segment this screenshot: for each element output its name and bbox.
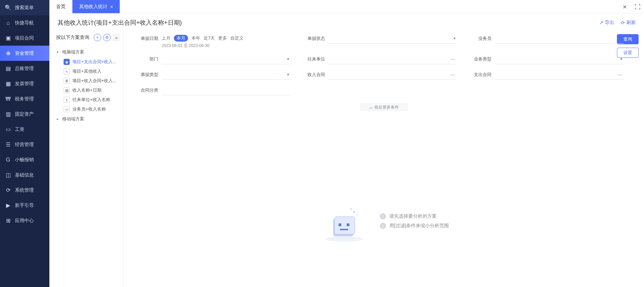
scheme-collapse-button[interactable]: «	[113, 34, 120, 41]
sidebar-item-ledger[interactable]: ▤ 总账管理	[0, 61, 49, 76]
collapse-filters-button[interactable]: ︽ 收起更多条件	[360, 103, 408, 111]
scheme-group-label: 移动端方案	[62, 116, 84, 122]
more-icon: ⋯	[617, 36, 622, 42]
fullscreen-button[interactable]	[631, 0, 644, 14]
scheme-group-mobile[interactable]: ▸ 移动端方案	[56, 114, 120, 124]
svg-rect-3	[339, 223, 341, 226]
scheme-item-5[interactable]: ▭ 业务员+收入名称	[56, 104, 120, 114]
tab-home[interactable]: 首页	[49, 0, 72, 13]
empty-step-2: 2 用[过滤]条件来缩小分析范围	[380, 223, 449, 229]
filter-control[interactable]	[162, 86, 291, 95]
close-icon[interactable]: ×	[110, 4, 113, 9]
sidebar-item-assets[interactable]: ▥ 固定资产	[0, 106, 49, 122]
more-icon: ⋯	[617, 72, 622, 78]
step-text: 用[过滤]条件来缩小分析范围	[389, 223, 449, 229]
refresh-button[interactable]: ⟳ 刷新	[621, 20, 636, 26]
sidebar-item-appstore[interactable]: ⊞ 应用中心	[0, 213, 49, 228]
sidebar-item-operations[interactable]: ☰ 经营管理	[0, 137, 49, 152]
refresh-label: 刷新	[626, 20, 636, 26]
scheme-group-desktop[interactable]: ▾ 电脑端方案	[56, 47, 120, 57]
scheme-icon: ▭	[64, 106, 70, 112]
sidebar-item-label: 工资	[15, 126, 24, 133]
filters-grid: 单据日期 上月 本月 本年 近7天 更多 自定义 2023-06-01 至 20…	[124, 31, 644, 103]
sidebar-item-tax[interactable]: ₩ 税务管理	[0, 91, 49, 106]
sidebar-item-salary[interactable]: ▭ 工资	[0, 122, 49, 137]
svg-rect-7	[350, 208, 352, 210]
filter-control[interactable]: ▾	[495, 55, 624, 64]
scheme-item-2[interactable]: ≣ 项目+收入合同+收入...	[56, 76, 120, 86]
chevron-down-icon: ▾	[57, 50, 60, 54]
filter-bill-type: 票据类型 ▾	[137, 70, 291, 80]
chevron-up-icon: ︽	[369, 104, 373, 110]
sidebar-item-label: 资金管理	[15, 50, 34, 56]
sidebar-item-label: 税务管理	[15, 96, 34, 102]
close-all-button[interactable]: ×	[618, 0, 631, 14]
scheme-item-0[interactable]: ◉ 项目+支出合同+收入...	[56, 57, 120, 67]
date-range: 2023-06-01 至 2023-06-30	[162, 43, 291, 49]
chevron-down-icon: ▾	[287, 57, 289, 61]
sidebar-item-quicknav[interactable]: ⌂ 快捷导航	[0, 15, 49, 30]
salary-icon: ▭	[5, 126, 12, 133]
tabs-bar: 首页 其他收入统计 × ×	[49, 0, 644, 14]
tab-other-income[interactable]: 其他收入统计 ×	[72, 0, 120, 13]
scheme-settings-button[interactable]: ⚙	[103, 34, 111, 41]
filter-label: 单据状态	[304, 34, 328, 42]
sidebar-item-label: 发票管理	[15, 81, 34, 87]
date-presets: 上月 本月 本年 近7天 更多 自定义	[162, 34, 291, 42]
sidebar-item-label: 快捷导航	[15, 20, 34, 26]
date-preset-this-month[interactable]: 本月	[174, 35, 188, 42]
contract-icon: ▣	[5, 35, 12, 42]
sidebar-item-label: 小畅报销	[15, 157, 34, 163]
chevron-down-icon: ▾	[287, 72, 289, 77]
fullscreen-icon	[635, 4, 640, 9]
date-preset-7days[interactable]: 近7天	[204, 35, 215, 41]
baseinfo-icon: ◫	[5, 172, 12, 178]
scheme-item-3[interactable]: ▤ 收入名称+日期	[56, 86, 120, 95]
scheme-add-button[interactable]: +	[94, 34, 101, 41]
sidebar-item-search[interactable]: 🔍 搜索菜单	[0, 0, 49, 15]
scheme-icon: ≣	[64, 78, 70, 84]
sidebar: 🔍 搜索菜单 ⌂ 快捷导航 ▣ 项目合同 ⊕ 资金管理 ▤ 总账管理 ▦ 发票管…	[0, 0, 49, 287]
date-preset-this-year[interactable]: 本年	[191, 35, 200, 41]
filter-control[interactable]: ⋯	[495, 70, 624, 80]
date-preset-custom[interactable]: 自定义	[230, 35, 244, 41]
scheme-item-label: 收入名称+日期	[72, 87, 101, 93]
filter-partner: 往来单位 ⋯	[304, 55, 457, 64]
filter-control[interactable]: ▾	[162, 55, 291, 64]
date-preset-more[interactable]: 更多	[218, 35, 227, 41]
scheme-item-1[interactable]: ∿ 项目+其他收入	[56, 67, 120, 76]
scheme-icon: ▤	[64, 87, 70, 93]
step-badge: 2	[380, 223, 386, 229]
empty-step-1: 1 请先选择要分析的方案	[380, 213, 449, 219]
filter-control[interactable]: ▾	[328, 34, 457, 44]
ledger-icon: ▤	[5, 65, 12, 72]
filter-control[interactable]: ⋯	[328, 55, 457, 64]
tab-label: 首页	[56, 4, 66, 10]
svg-point-0	[326, 236, 363, 242]
sidebar-item-guide[interactable]: ▶ 新手引导	[0, 198, 49, 213]
filter-control[interactable]: ⋯	[495, 34, 624, 44]
collapse-label: 收起更多条件	[374, 104, 399, 110]
appstore-icon: ⊞	[5, 217, 12, 224]
invoice-icon: ▦	[5, 80, 12, 87]
reimburse-icon: G	[5, 157, 12, 163]
sidebar-item-reimburse[interactable]: G 小畅报销	[0, 152, 49, 167]
export-label: 导出	[605, 20, 614, 26]
sidebar-item-funds[interactable]: ⊕ 资金管理	[0, 46, 49, 61]
sidebar-item-project-contract[interactable]: ▣ 项目合同	[0, 30, 49, 46]
sidebar-item-label: 新手引导	[15, 202, 34, 209]
filter-department: 部门 ▾	[137, 55, 291, 64]
step-text: 请先选择要分析的方案	[389, 213, 437, 219]
filter-control[interactable]: ▾	[162, 70, 291, 80]
sidebar-item-baseinfo[interactable]: ◫ 基础信息	[0, 167, 49, 183]
filter-control: 上月 本月 本年 近7天 更多 自定义 2023-06-01 至 2023-06…	[162, 34, 291, 49]
export-icon: ↗	[599, 20, 603, 25]
export-button[interactable]: ↗ 导出	[599, 20, 614, 26]
filter-contract-class: 合同分类	[137, 86, 291, 95]
date-preset-prev-month[interactable]: 上月	[162, 35, 170, 41]
sidebar-item-invoice[interactable]: ▦ 发票管理	[0, 76, 49, 91]
filter-label: 部门	[137, 55, 162, 62]
filter-control[interactable]: ⋯	[328, 70, 457, 80]
sidebar-item-system[interactable]: ⟳ 系统管理	[0, 183, 49, 198]
scheme-item-4[interactable]: ⫿ 往来单位+收入名称	[56, 95, 120, 104]
